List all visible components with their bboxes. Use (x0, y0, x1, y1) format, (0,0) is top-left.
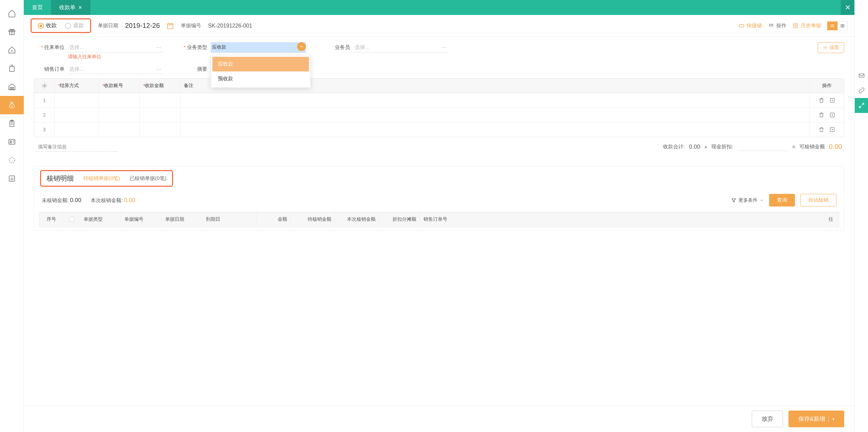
radio-receive[interactable]: 收款 (38, 22, 57, 29)
chevron-down-icon (760, 198, 764, 202)
col-note: 备注 (184, 83, 193, 89)
chevron-up-icon[interactable] (297, 42, 306, 51)
header-gear[interactable] (34, 79, 55, 93)
writeoff-label: 可核销金额 (799, 144, 825, 150)
cell-amt[interactable] (140, 108, 180, 122)
date-value[interactable]: 2019-12-26 (125, 22, 160, 30)
svg-text:新: 新 (10, 177, 13, 181)
shortcut-link[interactable]: 快捷键 (739, 22, 762, 29)
cell-settle[interactable] (55, 108, 99, 122)
svg-rect-24 (843, 24, 844, 25)
sales-order-input[interactable] (68, 64, 163, 74)
cell-acct[interactable] (99, 108, 140, 122)
svg-point-18 (772, 24, 773, 25)
link-icon (858, 87, 865, 94)
nav-sales[interactable]: $ (0, 41, 24, 59)
cell-settle[interactable] (55, 93, 99, 107)
query-button[interactable]: 查询 (769, 194, 795, 206)
salesperson-input[interactable] (353, 42, 449, 52)
cell-note[interactable] (180, 93, 810, 107)
total-value: 0.00 (689, 144, 700, 150)
wo-col-due: 到期日 (203, 212, 257, 227)
row-index: 3 (34, 122, 55, 137)
svg-rect-32 (859, 74, 864, 77)
table-row: 2 (34, 108, 844, 122)
filter-icon (731, 198, 736, 203)
svg-rect-3 (10, 67, 14, 71)
svg-rect-4 (10, 87, 12, 90)
tab-home[interactable]: 首页 (24, 0, 51, 15)
svg-text:$: $ (11, 49, 13, 52)
tab-close-icon[interactable]: ✕ (78, 5, 82, 10)
mail-icon (858, 72, 865, 79)
col-amt: 收款金额 (145, 83, 164, 89)
settings-button[interactable]: 设置 (818, 42, 844, 53)
save-button[interactable]: 保存&新增 ▾ (788, 411, 844, 427)
rail-link[interactable] (855, 83, 868, 98)
rail-expand[interactable] (855, 98, 868, 113)
view-card[interactable] (837, 21, 848, 30)
view-toggle (827, 21, 848, 30)
select-all-checkbox[interactable] (69, 217, 74, 222)
cell-note[interactable] (180, 108, 810, 122)
history-icon (793, 23, 799, 29)
view-list[interactable] (827, 21, 837, 30)
house-dollar-icon: $ (8, 46, 16, 54)
dropdown-option-prepay[interactable]: 预收款 (212, 71, 309, 86)
wo-tab-done[interactable]: 已核销单据(0笔) (129, 175, 166, 182)
docno-label: 单据编号 (181, 22, 201, 29)
nav-gift[interactable] (0, 22, 24, 41)
nav-bag[interactable] (0, 59, 24, 78)
remark-input[interactable] (36, 142, 118, 152)
content: *往来单位 ⋯ 请输入往来单位 *业务类型 应收款 应收款 预收款 (24, 37, 854, 405)
discard-button[interactable]: 放弃 (752, 411, 783, 427)
grid-icon (768, 23, 774, 29)
gift-icon (8, 28, 16, 36)
trash-icon[interactable] (818, 112, 824, 118)
nav-inventory[interactable] (0, 78, 24, 96)
nav-new[interactable]: 新 (0, 169, 24, 188)
radio-refund[interactable]: 退款 (65, 22, 84, 29)
trash-icon[interactable] (818, 127, 824, 133)
wo-table-header: 序号 单据类型 单据编号 单据日期 到期日 金额 待核销金额 本次核销金额 折扣… (39, 212, 839, 227)
calendar-icon[interactable] (167, 22, 174, 30)
party-input[interactable] (68, 42, 163, 52)
dropdown-option-receivable[interactable]: 应收款 (212, 57, 309, 71)
more-conditions[interactable]: 更多条件 (731, 197, 764, 203)
tab-bar: 首页 收款单 ✕ ✕ (24, 0, 854, 15)
cell-amt[interactable] (140, 93, 180, 107)
wo-tab-pending[interactable]: 待核销单据(0笔) (83, 175, 120, 182)
auto-writeoff-button[interactable]: 自动核销 (800, 194, 836, 206)
nav-profile[interactable] (0, 133, 24, 151)
left-sidebar: $ ¥ 新 (0, 0, 24, 432)
nav-finance[interactable]: ¥ (0, 96, 24, 114)
nav-clipboard[interactable] (0, 114, 24, 133)
trash-icon[interactable] (818, 97, 824, 103)
rail-mail[interactable] (855, 68, 868, 83)
nav-sync[interactable] (0, 151, 24, 169)
plus-box-icon[interactable] (829, 112, 835, 118)
cell-amt[interactable] (140, 122, 180, 137)
svg-point-19 (769, 25, 770, 26)
plus-box-icon[interactable] (829, 97, 835, 103)
nav-home[interactable] (0, 4, 24, 22)
svg-point-16 (769, 24, 770, 25)
biztype-select[interactable]: 应收款 (211, 42, 306, 53)
thiswo-value: 0.00 (124, 197, 135, 203)
equals-sign: = (792, 144, 795, 150)
cell-acct[interactable] (99, 93, 140, 107)
cell-settle[interactable] (55, 122, 99, 137)
svg-rect-22 (794, 24, 798, 28)
docno-value: SK-20191226-001 (208, 23, 252, 29)
tabbar-close[interactable]: ✕ (841, 0, 854, 15)
discount-input[interactable] (737, 143, 788, 151)
cell-acct[interactable] (99, 122, 140, 137)
ops-link[interactable]: 操作 (768, 22, 786, 29)
wo-col-disc: 折扣分摊额 (379, 212, 420, 227)
tab-receipt[interactable]: 收款单 ✕ (51, 0, 90, 15)
discount-label: 现金折扣: (711, 144, 733, 150)
cell-note[interactable] (180, 122, 810, 137)
svg-rect-25 (841, 26, 842, 27)
history-link[interactable]: 历史单据 (793, 22, 821, 29)
plus-box-icon[interactable] (829, 127, 835, 133)
